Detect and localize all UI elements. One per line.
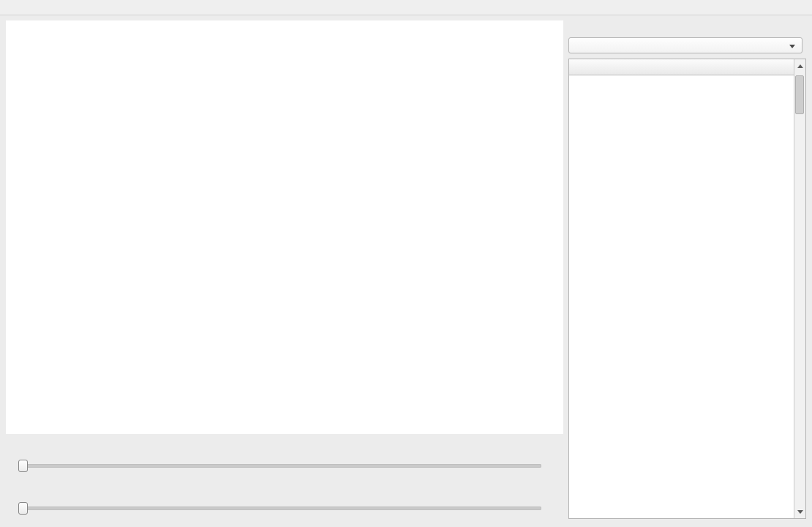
scrollbar-thumb[interactable] [795,75,804,114]
data-table [568,59,806,519]
plot-type-dropdown[interactable] [568,37,802,53]
azimuth-slider-handle[interactable] [18,460,28,472]
elevation-slider [7,502,563,515]
elevation-slider-track[interactable] [18,507,541,510]
arrow-up-icon [797,64,803,68]
menubar [0,0,812,15]
arrow-down-icon [797,510,803,514]
plot-canvas-3d-wireframe[interactable] [6,20,563,434]
azimuth-slider [7,460,563,472]
scroll-down-button[interactable] [794,506,805,517]
chevron-down-icon [789,45,795,48]
table-scrollbar[interactable] [794,59,805,518]
elevation-slider-handle[interactable] [18,502,28,515]
plot-figure [6,20,563,434]
scroll-up-button[interactable] [794,60,805,72]
table-header-row [569,59,805,75]
azimuth-slider-track[interactable] [18,464,541,468]
